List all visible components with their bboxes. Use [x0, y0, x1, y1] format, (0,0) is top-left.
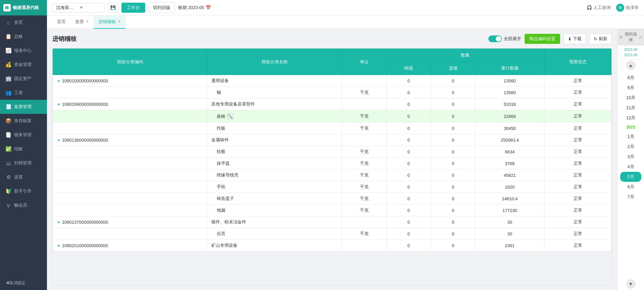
sidebar-item-archive[interactable]: 🗂 归档管理 [0, 156, 47, 170]
switch-old-button[interactable]: 切到旧版 [149, 2, 175, 13]
sidebar-item-stock[interactable]: 📦 库存核算 [0, 114, 47, 128]
panel-up-btn[interactable]: ▲ [626, 61, 636, 70]
cell-code: ▼1090100000000000000 [53, 75, 207, 87]
expand-icon[interactable]: ▼ [57, 220, 61, 224]
right-panel-header: ✕ 期间选择 ⤢ [618, 29, 644, 46]
period-label: 账期 [178, 5, 187, 11]
period-value: 2023-05 [188, 5, 204, 10]
cell-code [53, 205, 207, 216]
sidebar-item-guide[interactable]: 🔰 新手引导 [0, 184, 47, 198]
sidebar-item-ledger[interactable]: 📋 总账 [0, 29, 47, 44]
expand-icon[interactable]: ▼ [57, 138, 61, 142]
panel-title: 期间选择 [624, 31, 637, 43]
sidebar-item-label: 归档管理 [14, 160, 32, 166]
cell-code [53, 158, 207, 169]
cancel-fixed-btn[interactable]: ◀取消固定 [0, 276, 47, 290]
company-selector[interactable]: 沈海英测试经营勿删 ▼ [52, 3, 105, 12]
support-btn[interactable]: 🎧 人工咨询 [587, 5, 611, 11]
month-item[interactable]: 9月 [618, 83, 644, 93]
month-item[interactable]: 12月 [618, 113, 644, 123]
product-code-btn[interactable]: 商品编码设置 [525, 34, 560, 44]
month-item[interactable]: 8月 [618, 73, 644, 83]
cell-sales: 0 [386, 181, 431, 193]
tab-reconcile[interactable]: 进销稽核 ✕ [94, 15, 125, 29]
cell-status: 正常 [544, 110, 611, 123]
tab-invoice[interactable]: 发票 ✕ [70, 15, 94, 29]
sidebar: 账 畅捷通易代账 ⌂ 首页 📋 总账 📈 报表中心 💰 资金管理 🏢 固定资产 … [0, 0, 47, 290]
user-menu[interactable]: 徐 徐泽华 [616, 4, 639, 12]
cell-total: 22868 [475, 110, 544, 123]
cell-total: 30450 [475, 123, 544, 134]
refresh-btn[interactable]: ↻ 刷新 [589, 33, 612, 44]
download-btn[interactable]: ⬇ 下载 [564, 33, 586, 44]
cell-status: 正常 [544, 228, 611, 240]
cell-code: ▼1090201000000000000 [53, 240, 207, 251]
cell-total: 6634 [475, 146, 544, 158]
sidebar-item-reports[interactable]: 📈 报表中心 [0, 44, 47, 58]
table-row: 地漏 千克 0 0 177230 正常 [53, 205, 611, 216]
reports-icon: 📈 [5, 48, 11, 54]
sidebar-item-label: 税务管理 [14, 132, 32, 138]
sidebar-item-tax[interactable]: 📑 税务管理 [0, 128, 47, 142]
year-label: 2023 [618, 123, 644, 132]
cell-purchase: 0 [431, 75, 475, 87]
tab-reconcile-close[interactable]: ✕ [118, 19, 121, 24]
archive-icon: 🗂 [5, 160, 11, 166]
month-item[interactable]: 4月 [618, 162, 644, 172]
sidebar-item-settings[interactable]: ⚙ 设置 [0, 170, 47, 184]
workspace-button[interactable]: 工作台 [121, 3, 145, 13]
tab-invoice-close[interactable]: ✕ [86, 19, 89, 24]
tab-home[interactable]: 首页 [52, 15, 70, 29]
month-item[interactable]: 7月 [618, 192, 644, 202]
invoice-icon: 🧾 [5, 104, 11, 110]
cell-code [53, 228, 207, 240]
expand-icon[interactable]: ▼ [57, 244, 61, 248]
sidebar-item-label: 结账 [14, 146, 23, 152]
refresh-icon: ↻ [594, 37, 597, 42]
sidebar-item-invoice[interactable]: 🧾 发票管理 [0, 100, 47, 114]
month-item[interactable]: 3月 [618, 152, 644, 162]
cell-name: 手轮 [207, 181, 342, 193]
sidebar-item-home[interactable]: ⌂ 首页 [0, 15, 47, 29]
sidebar-item-salary[interactable]: 👥 工资 [0, 86, 47, 100]
panel-expand-btn[interactable]: ⤢ [639, 34, 643, 40]
expand-icon[interactable]: ▼ [57, 79, 61, 83]
sidebar-item-label: 工资 [14, 90, 23, 96]
toggle-track[interactable] [488, 35, 502, 42]
month-item[interactable]: 5月 [620, 172, 641, 182]
cell-purchase: 0 [431, 205, 475, 216]
month-item[interactable]: 6月 [618, 182, 644, 192]
th-tax-name: 税收分类名称 [207, 49, 342, 75]
cell-total: 13560 [475, 87, 544, 98]
cell-unit: 千克 [342, 205, 386, 216]
sidebar-item-label: 报表中心 [14, 48, 32, 54]
cell-purchase: 0 [431, 123, 475, 134]
panel-down-btn[interactable]: ▼ [626, 279, 636, 289]
period-row-1: 2023.05 [619, 47, 643, 52]
expand-icon[interactable]: ▼ [57, 102, 61, 106]
month-item[interactable]: 2月 [618, 142, 644, 152]
month-item[interactable]: 11月 [618, 103, 644, 113]
table-row: ▼1090100000000000000 通用设备 0 0 13560 正常 [53, 75, 611, 87]
guide-icon: 🔰 [5, 188, 11, 194]
sidebar-item-assets[interactable]: 🏢 固定资产 [0, 72, 47, 86]
page-header: 进销稽核 全部展开 商品编码设置 ⬇ 下载 ↻ 刷 [52, 33, 612, 44]
download-icon: ⬇ [568, 37, 572, 42]
search-icon[interactable]: 🔍 [227, 113, 233, 120]
sidebar-item-settle[interactable]: ✅ 结账 [0, 142, 47, 156]
content-main: 进销稽核 全部展开 商品编码设置 ⬇ 下载 ↻ 刷 [47, 29, 617, 290]
cell-status: 正常 [544, 158, 611, 169]
expand-toggle[interactable]: 全部展开 [488, 35, 521, 42]
cell-sales: 0 [386, 123, 431, 134]
month-item[interactable]: 10月 [618, 93, 644, 103]
cell-sales: 0 [386, 146, 431, 158]
ledger-icon: 📋 [5, 33, 11, 40]
month-item[interactable]: 1月 [618, 132, 644, 142]
sidebar-item-member[interactable]: V 畅会员 [0, 198, 47, 212]
panel-close-btn[interactable]: ✕ [619, 34, 623, 40]
save-button[interactable]: 💾 [108, 3, 118, 13]
tax-icon: 📑 [5, 132, 11, 138]
calendar-icon[interactable]: 📅 [206, 5, 211, 10]
sidebar-item-funds[interactable]: 💰 资金管理 [0, 58, 47, 72]
cell-sales: 0 [386, 87, 431, 98]
